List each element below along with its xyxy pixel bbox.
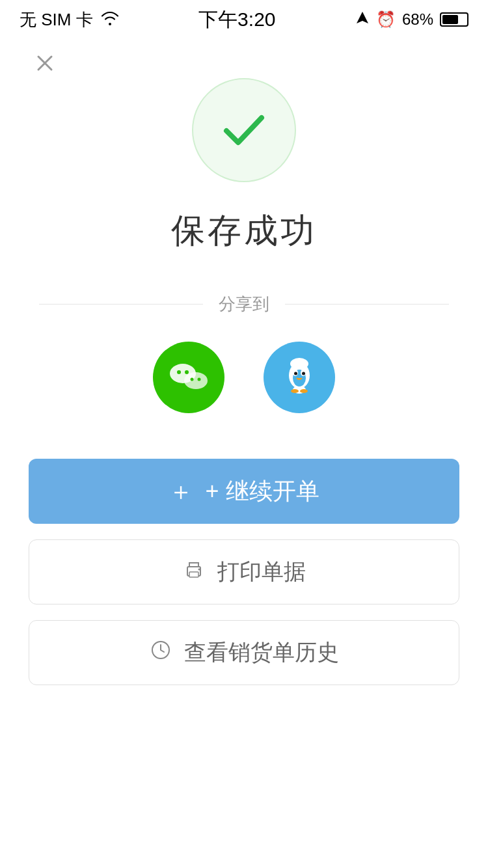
qq-share-button[interactable] <box>264 342 335 413</box>
wechat-share-button[interactable] <box>153 342 224 413</box>
divider-right <box>285 304 449 305</box>
svg-rect-17 <box>189 572 198 577</box>
svg-point-3 <box>185 370 189 374</box>
svg-point-5 <box>198 378 201 381</box>
continue-button[interactable]: ＋ + 继续开单 <box>29 459 459 524</box>
battery-icon <box>440 12 468 27</box>
action-buttons-container: ＋ + 继续开单 打印单据 查看销货单历 <box>0 459 488 685</box>
status-left: 无 SIM 卡 <box>20 8 119 31</box>
continue-label: + 继续开单 <box>205 476 319 508</box>
svg-point-14 <box>300 389 308 393</box>
wifi-icon <box>101 10 119 30</box>
close-button[interactable] <box>29 47 61 79</box>
svg-point-2 <box>177 370 181 374</box>
alarm-icon: ⏰ <box>376 10 396 29</box>
print-button[interactable]: 打印单据 <box>29 539 459 604</box>
status-right: ⏰ 68% <box>355 10 468 29</box>
success-title: 保存成功 <box>171 208 317 254</box>
svg-point-11 <box>294 372 297 375</box>
history-icon <box>149 638 172 667</box>
share-icons-container <box>153 342 335 413</box>
history-button[interactable]: 查看销货单历史 <box>29 620 459 685</box>
share-label: 分享到 <box>203 293 285 316</box>
success-icon-circle <box>192 78 296 182</box>
svg-point-15 <box>290 358 308 370</box>
share-divider: 分享到 <box>0 293 488 316</box>
location-icon <box>355 10 370 29</box>
svg-point-1 <box>184 372 208 389</box>
svg-point-13 <box>291 389 299 393</box>
history-label: 查看销货单历史 <box>184 638 339 668</box>
status-bar: 无 SIM 卡 下午3:20 ⏰ 68% <box>0 0 488 39</box>
divider-left <box>39 304 203 305</box>
continue-icon: ＋ <box>169 475 193 508</box>
printer-icon <box>182 558 206 586</box>
svg-point-18 <box>198 569 200 571</box>
svg-point-12 <box>302 372 305 375</box>
status-time: 下午3:20 <box>198 7 275 33</box>
battery-percent: 68% <box>402 10 433 29</box>
sim-status: 无 SIM 卡 <box>20 8 93 31</box>
main-content: 保存成功 分享到 <box>0 39 488 685</box>
print-label: 打印单据 <box>217 557 306 587</box>
svg-point-4 <box>191 378 194 381</box>
